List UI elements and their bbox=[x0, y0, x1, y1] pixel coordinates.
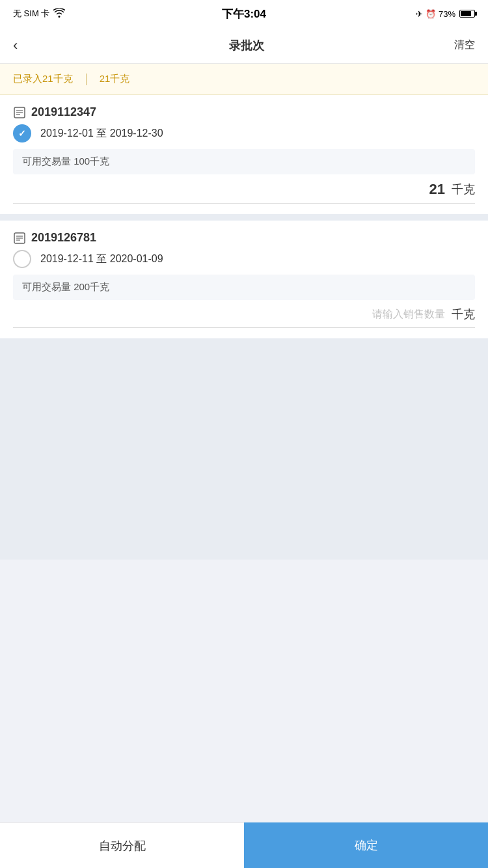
batch2-card: 2019126781 2019-12-11 至 2020-01-09 可用交易量… bbox=[0, 221, 488, 300]
auto-distribute-button[interactable]: 自动分配 bbox=[0, 822, 244, 868]
status-right: ✈ ⏰ 73% bbox=[416, 9, 475, 19]
confirm-button[interactable]: 确定 bbox=[244, 822, 488, 868]
batch2-input-wrapper: 请输入销售数量 千克 bbox=[0, 300, 488, 338]
total-amount: 21千克 bbox=[100, 73, 130, 85]
batch2-id-row: 2019126781 bbox=[13, 231, 475, 245]
batch1-quantity-wrapper: 21 千克 bbox=[0, 174, 488, 214]
info-banner: 已录入21千克 21千克 bbox=[0, 64, 488, 95]
clear-button[interactable]: 清空 bbox=[454, 38, 475, 52]
batch1-quantity-row: 21 千克 bbox=[13, 181, 475, 204]
batch2-input-unit: 千克 bbox=[452, 306, 475, 322]
batch1-id-row: 2019112347 bbox=[13, 105, 475, 119]
batch1-date-range: 2019-12-01 至 2019-12-30 bbox=[40, 127, 163, 141]
batch1-date-row[interactable]: 2019-12-01 至 2019-12-30 bbox=[13, 124, 475, 142]
nav-bar: ‹ 录批次 清空 bbox=[0, 27, 488, 64]
back-button[interactable]: ‹ bbox=[13, 37, 39, 54]
batch2-date-range: 2019-12-11 至 2020-01-09 bbox=[40, 252, 163, 266]
info-divider bbox=[86, 74, 87, 85]
batch1-avail: 可用交易量 100千克 bbox=[13, 149, 475, 174]
recorded-amount: 已录入21千克 bbox=[13, 73, 73, 85]
battery-icon bbox=[459, 10, 475, 18]
batch2-date-row[interactable]: 2019-12-11 至 2020-01-09 bbox=[13, 250, 475, 268]
status-time: 下午3:04 bbox=[222, 7, 266, 21]
batch1-quantity-unit: 千克 bbox=[452, 182, 475, 197]
batch2-avail: 可用交易量 200千克 bbox=[13, 275, 475, 300]
wifi-icon bbox=[53, 8, 65, 20]
gray-area bbox=[0, 338, 488, 560]
alarm-icon: ⏰ bbox=[426, 9, 436, 19]
location-icon: ✈ bbox=[416, 9, 423, 19]
batch2-id: 2019126781 bbox=[31, 231, 96, 245]
page-title: 录批次 bbox=[229, 38, 264, 53]
status-left: 无 SIM 卡 bbox=[13, 8, 65, 20]
status-bar: 无 SIM 卡 下午3:04 ✈ ⏰ 73% bbox=[0, 0, 488, 27]
batch1-card: 2019112347 2019-12-01 至 2019-12-30 可用交易量… bbox=[0, 95, 488, 174]
section-separator bbox=[0, 214, 488, 221]
batch2-icon bbox=[13, 232, 26, 245]
batch1-quantity-value[interactable]: 21 bbox=[429, 181, 445, 198]
no-sim-text: 无 SIM 卡 bbox=[13, 8, 49, 20]
batch1-radio[interactable] bbox=[13, 124, 31, 142]
bottom-bar: 自动分配 确定 bbox=[0, 822, 488, 868]
batch2-input-placeholder[interactable]: 请输入销售数量 bbox=[372, 308, 445, 321]
batch1-icon bbox=[13, 106, 26, 119]
batch1-id: 2019112347 bbox=[31, 105, 96, 119]
batch2-radio[interactable] bbox=[13, 250, 31, 268]
battery-percent: 73% bbox=[439, 9, 455, 19]
batch2-input-row: 请输入销售数量 千克 bbox=[13, 306, 475, 328]
